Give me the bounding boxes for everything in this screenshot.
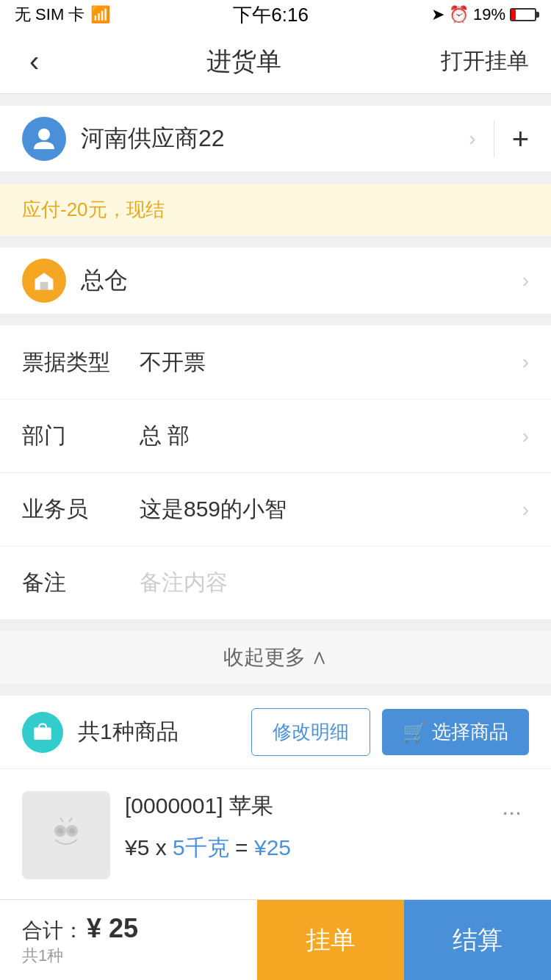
product-more-button[interactable]: ··· [494, 791, 529, 833]
content-area: 河南供应商22 › + 应付-20元，现结 总仓 › 票据类型 不开票 › [0, 94, 551, 980]
products-card: 共1种商品 修改明细 🛒 选择商品 [0, 696, 551, 901]
warehouse-chevron-icon: › [522, 269, 529, 292]
product-price: ¥5 x 5千克 = ¥25 [125, 833, 480, 863]
invoice-chevron-icon: › [522, 350, 529, 374]
svg-point-0 [38, 129, 50, 140]
product-item: [0000001] 苹果 ¥5 x 5千克 = ¥25 ··· [0, 769, 551, 901]
department-chevron-icon: › [522, 425, 529, 448]
form-card: 票据类型 不开票 › 部门 总 部 › 业务员 这是859的小智 › 备注 备注… [0, 325, 551, 619]
remark-input[interactable]: 备注内容 [125, 568, 529, 598]
nav-bar: ‹ 进货单 打开挂单 [0, 29, 551, 94]
status-bar-right: ➤ ⏰ 19% [431, 5, 536, 24]
remark-row[interactable]: 备注 备注内容 [0, 546, 551, 619]
product-equals: = [235, 835, 254, 860]
product-unit-price: ¥5 [125, 835, 149, 860]
warehouse-name: 总仓 [81, 264, 522, 297]
collapse-button[interactable]: 收起更多 ∧ [0, 631, 551, 684]
location-icon: ➤ [431, 5, 444, 24]
products-count-label: 共1种商品 [78, 717, 251, 747]
alarm-icon: ⏰ [449, 5, 469, 24]
salesperson-label: 业务员 [22, 494, 125, 525]
warehouse-row[interactable]: 总仓 › [0, 248, 551, 314]
footer: 合计： ¥ 25 共1种 挂单 结算 [0, 899, 551, 980]
svg-point-5 [57, 828, 63, 834]
department-row[interactable]: 部门 总 部 › [0, 399, 551, 472]
svg-rect-1 [40, 282, 48, 290]
supplier-divider [494, 120, 494, 157]
select-product-label: 选择商品 [432, 719, 508, 745]
battery-label: 19% [473, 5, 505, 24]
select-product-icon: 🛒 [403, 721, 426, 743]
supplier-row[interactable]: 河南供应商22 › + [0, 106, 551, 172]
products-icon [22, 712, 63, 753]
edit-details-button[interactable]: 修改明细 [251, 708, 370, 756]
nav-title: 进货单 [206, 45, 281, 79]
product-title: 苹果 [229, 793, 273, 818]
footer-total: 合计： ¥ 25 共1种 [0, 900, 257, 980]
total-label: 合计： [22, 917, 84, 945]
salesperson-value: 这是859的小智 [125, 494, 522, 525]
warehouse-icon [22, 259, 66, 303]
status-bar-left: 无 SIM 卡 📶 [15, 4, 110, 26]
svg-point-6 [69, 828, 75, 834]
product-info: [0000001] 苹果 ¥5 x 5千克 = ¥25 [125, 791, 480, 863]
total-count: 共1种 [22, 945, 235, 967]
department-label: 部门 [22, 421, 125, 451]
battery-icon [510, 8, 536, 21]
status-bar: 无 SIM 卡 📶 下午6:16 ➤ ⏰ 19% [0, 0, 551, 29]
product-total: ¥25 [254, 835, 291, 860]
product-id: [0000001] [125, 793, 223, 818]
supplier-card: 河南供应商22 › + [0, 106, 551, 172]
checkout-button[interactable]: 结算 [404, 900, 551, 980]
remark-label: 备注 [22, 568, 125, 598]
total-amount: ¥ 25 [87, 913, 138, 944]
warehouse-card[interactable]: 总仓 › [0, 248, 551, 314]
select-product-button[interactable]: 🛒 选择商品 [382, 709, 529, 755]
products-header: 共1种商品 修改明细 🛒 选择商品 [0, 696, 551, 769]
product-multiply: x [156, 835, 173, 860]
alert-banner: 应付-20元，现结 [0, 184, 551, 236]
suspend-button[interactable]: 挂单 [257, 900, 404, 980]
product-quantity: 5千克 [173, 835, 229, 860]
add-supplier-button[interactable]: + [512, 124, 529, 154]
product-thumbnail [22, 791, 110, 879]
product-name: [0000001] 苹果 [125, 791, 480, 821]
carrier-label: 无 SIM 卡 [15, 4, 84, 26]
salesperson-row[interactable]: 业务员 这是859的小智 › [0, 472, 551, 546]
supplier-chevron-icon: › [469, 127, 475, 151]
invoice-value: 不开票 [125, 347, 522, 378]
invoice-row[interactable]: 票据类型 不开票 › [0, 325, 551, 399]
supplier-name: 河南供应商22 [81, 123, 469, 155]
supplier-avatar [22, 117, 66, 161]
salesperson-chevron-icon: › [522, 498, 529, 522]
collapse-label: 收起更多 ∧ [223, 644, 328, 671]
svg-rect-2 [34, 727, 51, 740]
back-button[interactable]: ‹ [22, 37, 46, 85]
invoice-label: 票据类型 [22, 347, 125, 378]
open-suspend-button[interactable]: 打开挂单 [441, 46, 529, 76]
wifi-icon: 📶 [90, 5, 110, 24]
status-bar-time: 下午6:16 [233, 2, 309, 28]
department-value: 总 部 [125, 421, 522, 451]
